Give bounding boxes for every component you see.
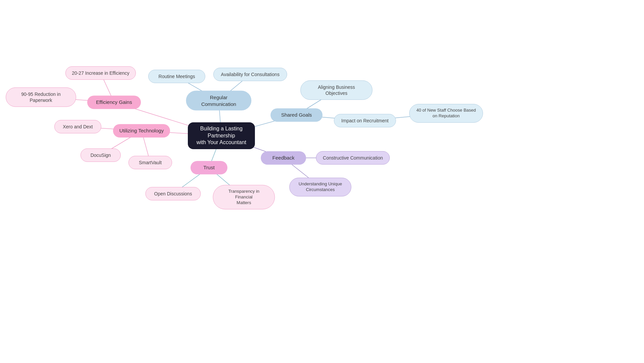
node-trust[interactable]: Trust: [191, 161, 227, 174]
node-feedback[interactable]: Feedback: [261, 151, 306, 165]
node-open-discussions[interactable]: Open Discussions: [146, 187, 201, 200]
node-reduction-paperwork[interactable]: 90-95 Reduction in Paperwork: [6, 87, 76, 107]
node-40-new-staff[interactable]: 40 of New Staff Choose Based on Reputati…: [409, 104, 483, 123]
node-utilizing-technology[interactable]: Utilizing Technology: [113, 124, 170, 137]
node-impact-recruitment[interactable]: Impact on Recruitment: [334, 114, 396, 127]
node-aligning-objectives[interactable]: Aligning Business Objectives: [301, 80, 373, 100]
node-smartvault[interactable]: SmartVault: [128, 156, 172, 169]
node-docusign[interactable]: DocuSign: [80, 148, 121, 162]
node-xero-dext[interactable]: Xero and Dext: [54, 120, 101, 133]
node-transparency-financial[interactable]: Transparency in FinancialMatters: [213, 185, 275, 209]
node-routine-meetings[interactable]: Routine Meetings: [148, 70, 205, 83]
node-shared-goals[interactable]: Shared Goals: [271, 108, 323, 122]
node-efficiency-gains[interactable]: Efficiency Gains: [87, 96, 141, 109]
node-understanding-circumstances[interactable]: Understanding UniqueCircumstances: [289, 178, 352, 196]
center-node[interactable]: Building a Lasting Partnershipwith Your …: [188, 122, 255, 149]
node-regular-communication[interactable]: Regular Communication: [186, 91, 252, 111]
node-increase-efficiency[interactable]: 20-27 Increase in Efficiency: [65, 66, 136, 80]
node-constructive-communication[interactable]: Constructive Communication: [316, 151, 390, 165]
node-availability-consultations[interactable]: Availability for Consultations: [213, 68, 287, 81]
